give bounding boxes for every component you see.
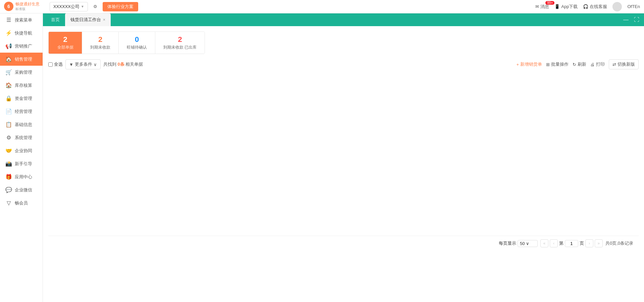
logo-text: 畅捷通好生意 [15,2,40,6]
found-text: 共找到 0条 相关单据 [103,61,143,67]
sidebar-item-sales[interactable]: 🏠 销售管理 [0,53,43,66]
message-icon: ✉ [535,4,539,9]
stats-tab-overdue[interactable]: 2 到期未收款 [82,32,119,54]
system-icon: ⚙ [5,134,12,141]
sidebar-item-enterprise-wx[interactable]: 💬 企业微信 [0,183,43,196]
batch-operation-button[interactable]: ⊞ 批量操作 [546,61,569,67]
sidebar-item-finance[interactable]: 🔒 资金管理 [0,92,43,105]
sidebar-item-label: 应用中心 [15,174,32,180]
add-icon: + [516,62,519,67]
toolbar-right: + 新增销货单 ⊞ 批量操作 ↻ 刷新 🖨 打印 ⇄ 切换新版 [516,59,639,69]
next-page-icon: › [589,241,590,246]
header-right: ✉ 消息 99+ 📱 App下载 🎧 在线客服 OfTEn [535,2,640,11]
newbie-icon: 📸 [5,161,12,167]
sidebar-item-label: 新手引导 [15,161,32,167]
batch-icon: ⊞ [546,62,550,67]
select-all-checkbox[interactable]: 全选 [48,61,63,67]
sidebar-item-basic-info[interactable]: 📋 基础信息 [0,118,43,131]
prev-page-button[interactable]: ‹ [550,239,558,247]
sidebar-item-label: 库存核算 [15,82,32,88]
member-icon: ▽ [5,200,12,206]
online-service-label: 在线客服 [590,4,607,10]
print-icon: 🖨 [590,62,595,67]
sidebar-item-quick-nav[interactable]: ⚡ 快捷导航 [0,26,43,40]
tab-work-area[interactable]: 钱货日清工作台 × [65,13,111,26]
app-center-icon: 🎁 [5,174,12,180]
inventory-icon: 🏠 [5,82,12,88]
service-icon: 🎧 [583,4,588,9]
sidebar-item-label: 企业微信 [15,187,32,193]
marketing-icon: 📢 [5,43,12,49]
filter-button[interactable]: ▼ 更多条件 ∨ [65,59,101,69]
page-size-input[interactable]: 50 ∨ [518,240,538,247]
logo-area: 6 畅捷通好生意 标准版 [4,2,47,11]
stats-tab-all[interactable]: 2 全部单据 [49,32,82,54]
add-label: 新增销货单 [520,61,542,67]
user-name[interactable]: OfTEn [627,4,640,9]
basic-info-icon: 📋 [5,121,12,128]
online-service-button[interactable]: 🎧 在线客服 [583,4,607,10]
refresh-button[interactable]: ↻ 刷新 [573,61,586,67]
message-button[interactable]: ✉ 消息 99+ [535,4,549,10]
sidebar-item-operations[interactable]: 📄 经营管理 [0,105,43,118]
pagination-bar: 每页显示 50 ∨ « ‹ 第 页 › [48,236,639,251]
last-page-button[interactable]: » [595,239,603,247]
sidebar-item-newbie[interactable]: 📸 新手引导 [0,157,43,170]
sidebar-item-label: 经营管理 [15,109,32,115]
tab-work-area-label: 钱货日清工作台 [70,17,101,23]
sidebar-item-app-center[interactable]: 🎁 应用中心 [0,170,43,183]
trial-button[interactable]: 体验行业方案 [103,2,138,11]
sidebar-item-inventory[interactable]: 🏠 库存核算 [0,79,43,92]
last-page-icon: » [598,241,600,246]
sidebar-item-label: 销售管理 [15,56,32,62]
sidebar-item-label: 快捷导航 [15,30,32,36]
page-nav: « ‹ 第 页 › » [540,239,603,247]
stats-overdue-label: 到期未收款 [90,45,110,50]
toolbar-left: 全选 ▼ 更多条件 ∨ 共找到 0条 相关单据 [48,59,514,69]
stats-tab-overdue-shipped[interactable]: 2 到期未收款 已出库 [155,32,205,54]
stats-pending-num: 0 [127,35,147,44]
sidebar-item-marketing[interactable]: 📢 营销推广 [0,40,43,53]
sidebar-item-label: 企业协同 [15,148,32,154]
minimize-icon[interactable]: — [621,17,631,23]
maximize-icon[interactable]: ⛶ [632,17,641,23]
stats-overdue-num: 2 [90,35,110,44]
download-icon: 📱 [554,4,560,9]
refresh-icon: ↻ [573,62,576,67]
sidebar-item-search-menu[interactable]: ☰ 搜索菜单 [0,13,43,26]
close-tab-icon[interactable]: × [103,17,105,22]
switch-label: 切换新版 [618,61,635,67]
logo-icon: 6 [4,2,13,11]
sidebar-item-enterprise[interactable]: 🤝 企业协同 [0,144,43,157]
sidebar-item-system[interactable]: ⚙ 系统管理 [0,131,43,144]
sidebar-item-label: 畅会员 [15,200,28,206]
select-all-label: 全选 [54,61,63,67]
filter-icon: ▼ [69,62,73,67]
content-area [48,75,639,236]
nav-tabs-bar: 首页 钱货日清工作台 × — ⛶ [43,13,644,26]
current-page-input[interactable] [565,240,578,247]
print-button[interactable]: 🖨 打印 [590,61,605,67]
settings-button[interactable]: ⚙ [91,2,100,11]
per-page-label: 每页显示 [499,240,516,246]
select-all-input[interactable] [48,62,53,67]
sidebar-item-member[interactable]: ▽ 畅会员 [0,196,43,209]
avatar[interactable] [612,2,622,11]
sidebar-item-purchase[interactable]: 🛒 采购管理 [0,66,43,79]
toolbar: 全选 ▼ 更多条件 ∨ 共找到 0条 相关单据 + 新增销货单 [48,59,639,69]
add-order-button[interactable]: + 新增销货单 [516,61,542,67]
finance-icon: 🔒 [5,95,12,102]
stats-tabs: 2 全部单据 2 到期未收款 0 旺铺待确认 2 到期未收款 已出库 [48,32,205,54]
tab-home[interactable]: 首页 [46,13,65,26]
sidebar-item-label: 基础信息 [15,122,32,128]
top-header: 6 畅捷通好生意 标准版 XXXXXX公司 ▼ ⚙ 体验行业方案 ✉ 消息 99… [0,0,644,13]
stats-tab-pending[interactable]: 0 旺铺待确认 [119,32,155,54]
app-download-button[interactable]: 📱 App下载 [554,4,578,10]
page-total: 共0页,0条记录 [605,240,633,246]
stats-overdue-shipped-label: 到期未收款 已出库 [163,45,197,50]
next-page-button[interactable]: › [585,239,593,247]
refresh-label: 刷新 [578,61,586,67]
first-page-button[interactable]: « [540,239,548,247]
switch-version-button[interactable]: ⇄ 切换新版 [609,59,639,69]
company-selector[interactable]: XXXXXX公司 ▼ [50,2,88,11]
